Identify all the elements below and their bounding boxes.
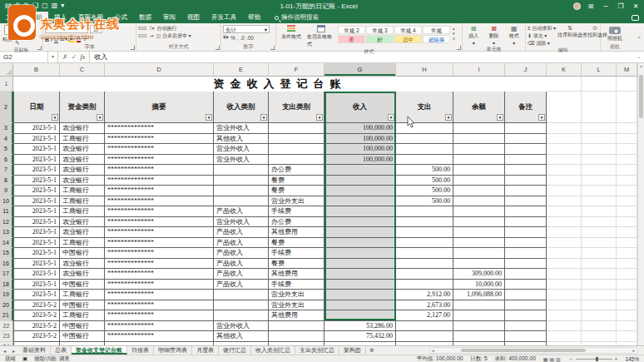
cell-G7[interactable] (324, 165, 396, 176)
cell-H12[interactable] (396, 217, 453, 228)
percent-icon[interactable]: % (230, 35, 235, 41)
filter-dropdown-icon[interactable]: ▾ (260, 114, 267, 121)
cell-D14[interactable]: ************** (105, 238, 214, 249)
cell-H13[interactable] (396, 227, 453, 238)
format-as-table-button[interactable]: 套用表格格式 (306, 25, 336, 48)
row-header-3[interactable]: 3 (0, 123, 13, 134)
column-header-B[interactable]: B (13, 63, 60, 77)
empty-cell[interactable] (617, 123, 637, 134)
font-color-icon[interactable]: A (77, 35, 81, 42)
undo-icon[interactable]: ↶ (15, 0, 21, 12)
empty-cell[interactable] (547, 217, 582, 228)
cell-E11[interactable]: 产品收入 (214, 206, 269, 217)
cell-I13[interactable] (453, 227, 505, 238)
cell-I8[interactable] (453, 176, 505, 186)
horizontal-scrollbar[interactable]: ◂ ▸ (429, 347, 637, 354)
cell-D3[interactable]: ************** (105, 123, 214, 134)
cell-E15[interactable]: 产品收入 (214, 248, 269, 259)
cell-H8[interactable]: 500.00 (396, 176, 453, 186)
save-icon[interactable]: ▤ (5, 0, 12, 12)
cell-G10[interactable] (324, 196, 396, 207)
empty-cell[interactable] (617, 238, 637, 249)
filter-dropdown-icon[interactable]: ▾ (316, 114, 323, 121)
zoom-in-icon[interactable]: + (615, 356, 618, 362)
empty-cell[interactable] (547, 123, 582, 134)
empty-cell[interactable] (582, 280, 617, 290)
column-header-H[interactable]: H (396, 63, 453, 77)
cell-E9[interactable] (214, 186, 269, 196)
new-file-icon[interactable]: ▢ (42, 0, 48, 12)
cell-E10[interactable] (214, 196, 269, 207)
cell-D10[interactable]: ************** (105, 196, 214, 207)
cell-C3[interactable]: 农业银行 (60, 123, 105, 134)
comments-icon[interactable] (632, 15, 639, 21)
camera-button[interactable]: 照相机 (607, 25, 623, 42)
cell-J10[interactable] (505, 196, 547, 207)
row-header-10[interactable]: 10 (0, 196, 13, 207)
increase-decimal-icon[interactable]: .0 (240, 35, 244, 41)
cell-B15[interactable]: 2023-5-1 (13, 248, 60, 259)
new-sheet-button[interactable]: ⊕ (366, 346, 378, 355)
cell-G21[interactable] (324, 310, 396, 321)
row-header-9[interactable]: 9 (0, 186, 13, 196)
empty-cell[interactable] (582, 331, 617, 342)
cell-I9[interactable] (453, 186, 505, 196)
cell-F21[interactable]: 其他费用 (269, 310, 324, 321)
empty-cell[interactable] (547, 321, 582, 332)
empty-cell[interactable] (582, 300, 617, 311)
filter-dropdown-icon[interactable]: ▾ (497, 114, 503, 121)
borders-icon[interactable]: ⊞▾ (60, 36, 67, 42)
filter-dropdown-icon[interactable]: ▾ (388, 114, 394, 121)
cell-E22[interactable]: 营业外收入 (214, 321, 269, 332)
row-header-22[interactable]: 22 (0, 321, 13, 332)
cell-F15[interactable]: 手续费 (269, 248, 324, 259)
cell-D4[interactable]: ************** (105, 134, 214, 145)
cell-D18[interactable]: ************** (105, 280, 214, 290)
cell-J9[interactable] (505, 186, 547, 196)
empty-cell[interactable] (617, 259, 637, 270)
cell-F3[interactable] (269, 123, 324, 134)
cell-B4[interactable]: 2023-5-1 (13, 134, 60, 145)
cell-I3[interactable] (453, 123, 505, 134)
cell-G13[interactable] (324, 227, 396, 238)
column-header-J[interactable]: J (505, 63, 547, 77)
empty-cell[interactable] (617, 280, 637, 290)
cell-J22[interactable] (505, 321, 547, 332)
empty-cell[interactable] (547, 144, 582, 155)
empty-cell[interactable] (617, 155, 637, 166)
cell-E14[interactable]: 产品收入 (214, 238, 269, 249)
cell-F10[interactable]: 营业外支出 (269, 196, 324, 207)
cell-G9[interactable] (324, 186, 396, 196)
row-header-21[interactable]: 21 (0, 310, 13, 321)
cell-F18[interactable]: 手续费 (269, 280, 324, 290)
cell-E23[interactable]: 其他收入 (214, 331, 269, 342)
empty-cell[interactable] (582, 77, 617, 92)
styles-dialog-launcher[interactable] (457, 46, 461, 50)
empty-cell[interactable] (582, 165, 617, 176)
cell-B9[interactable]: 2023-5-1 (13, 186, 60, 196)
empty-cell[interactable] (547, 134, 582, 145)
header-cell-8[interactable]: 备注▾ (505, 92, 547, 123)
cell-J21[interactable] (505, 310, 547, 321)
cell-E7[interactable] (214, 165, 269, 176)
empty-cell[interactable] (582, 217, 617, 228)
sheet-tab-0[interactable]: 基础资料 (18, 346, 51, 355)
bold-button[interactable]: B (45, 37, 49, 42)
cell-F9[interactable]: 餐费 (269, 186, 324, 196)
cell-G17[interactable] (324, 269, 396, 280)
row-header-13[interactable]: 13 (0, 227, 13, 238)
cell-I23[interactable] (453, 331, 505, 342)
cell-C9[interactable]: 工商银行 (60, 186, 105, 196)
cell-D11[interactable]: ************** (105, 206, 214, 217)
cell-D8[interactable]: ************** (105, 176, 214, 186)
empty-cell[interactable] (547, 196, 582, 207)
format-cells-button[interactable]: ▦格式▾ (505, 25, 523, 46)
cell-F8[interactable]: 餐费 (269, 176, 324, 186)
cell-I17[interactable]: 309,000.00 (453, 269, 505, 280)
cell-B12[interactable]: 2023-5-1 (13, 217, 60, 228)
cell-I12[interactable] (453, 217, 505, 228)
cell-F16[interactable]: 餐费 (269, 259, 324, 270)
number-format-combo[interactable]: 会计 ▾ (223, 25, 270, 33)
cell-J12[interactable] (505, 217, 547, 228)
column-header-M[interactable]: M (617, 63, 637, 77)
